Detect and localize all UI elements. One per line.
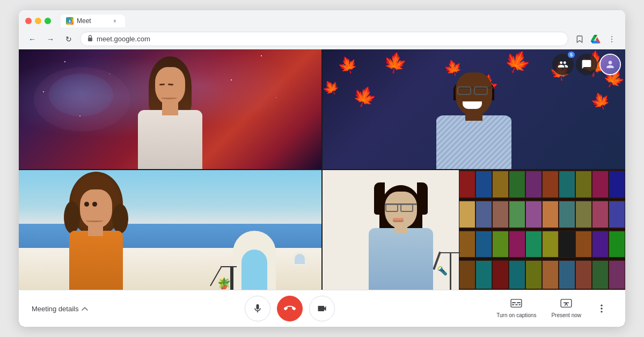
camera-button[interactable]: [309, 296, 335, 321]
present-now-label: Present now: [551, 312, 581, 318]
participant-count: 5: [568, 52, 575, 58]
chevron-up-icon: [82, 305, 88, 312]
participants-button[interactable]: 5: [552, 54, 574, 75]
present-now-icon: [560, 299, 572, 311]
refresh-button[interactable]: ↻: [62, 32, 76, 46]
close-window-dot[interactable]: [25, 18, 32, 24]
tab-close-button[interactable]: ×: [111, 17, 119, 25]
present-now-control[interactable]: Present now: [546, 297, 587, 320]
drive-button[interactable]: [589, 32, 603, 46]
window-controls: [25, 18, 51, 24]
video-cell-4: 🔦: [323, 170, 625, 290]
maximize-window-dot[interactable]: [45, 18, 51, 24]
arch-element: [233, 231, 276, 290]
meet-content: 5: [19, 49, 625, 327]
url-text: meet.google.com: [97, 35, 150, 43]
svg-point-3: [611, 39, 612, 40]
captions-icon: [510, 299, 522, 311]
meet-right-controls: Turn on captions Present now: [491, 297, 612, 320]
browser-window: Meet × ← → ↻ meet.google.com: [19, 10, 625, 327]
toolbar-icons: [573, 32, 619, 46]
lock-icon: [87, 34, 93, 43]
end-call-button[interactable]: [277, 296, 303, 321]
meet-overlay-controls: 5: [552, 54, 621, 75]
active-tab[interactable]: Meet ×: [61, 14, 125, 27]
tab-bar: Meet ×: [61, 14, 125, 27]
captions-label: Turn on captions: [496, 312, 536, 318]
svg-point-13: [601, 307, 602, 309]
arch-inner: [241, 250, 267, 290]
mic-button[interactable]: [245, 296, 270, 321]
svg-rect-8: [519, 304, 521, 305]
minimize-window-dot[interactable]: [35, 18, 41, 24]
self-avatar: [599, 54, 621, 75]
svg-rect-10: [517, 302, 521, 303]
svg-rect-1: [88, 38, 92, 41]
meeting-details[interactable]: Meeting details: [32, 305, 88, 313]
video-grid-area: 5: [19, 49, 625, 290]
bookshelf: [459, 170, 625, 290]
browser-toolbar: ← → ↻ meet.google.com: [19, 30, 625, 49]
svg-point-12: [601, 305, 602, 306]
svg-point-0: [69, 21, 71, 23]
browser-chrome: Meet × ← → ↻ meet.google.com: [19, 10, 625, 49]
svg-point-2: [611, 36, 612, 37]
tab-favicon: [66, 17, 74, 25]
video-grid: 🍁 🍁 🍁 🍁 🍁 🍁 🍁 🍁 🍁 🍁 🍁: [19, 49, 625, 290]
title-bar: Meet ×: [19, 10, 625, 30]
svg-point-14: [601, 311, 602, 312]
svg-point-4: [611, 41, 612, 42]
svg-rect-7: [516, 304, 518, 305]
meet-bottom-bar: Meeting details: [19, 290, 625, 327]
captions-control[interactable]: Turn on captions: [491, 297, 541, 320]
more-menu-button[interactable]: [605, 32, 619, 46]
bookmark-button[interactable]: [573, 32, 587, 46]
tab-title: Meet: [77, 17, 91, 25]
meet-center-controls: [88, 296, 491, 321]
svg-rect-6: [512, 304, 515, 305]
back-button[interactable]: ←: [25, 32, 39, 46]
video-cell-3: 💡 🪴: [19, 170, 321, 290]
address-bar[interactable]: meet.google.com: [80, 32, 568, 46]
video-cell-1: [19, 49, 321, 169]
more-options-button[interactable]: [591, 298, 612, 319]
forward-button[interactable]: →: [43, 32, 57, 46]
meeting-details-label: Meeting details: [32, 305, 78, 313]
svg-rect-9: [512, 302, 516, 303]
chat-button[interactable]: [576, 54, 597, 75]
